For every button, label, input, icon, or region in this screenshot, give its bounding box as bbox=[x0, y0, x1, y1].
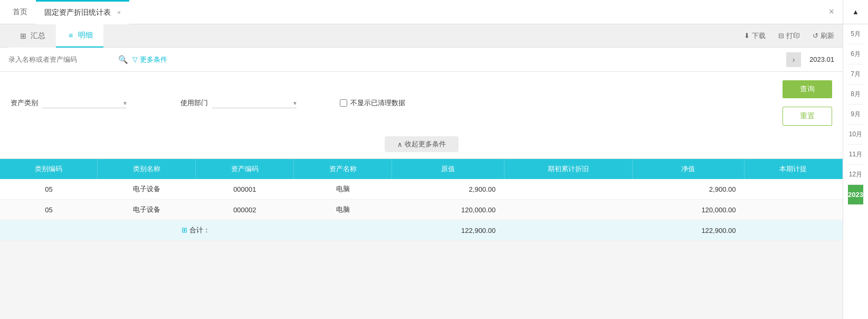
total-original-value: 122,900.00 bbox=[392, 220, 504, 241]
tab-summary-label: 汇总 bbox=[31, 31, 45, 41]
detail-icon: ≡ bbox=[66, 31, 75, 40]
table-cell: 电子设备 bbox=[98, 179, 196, 200]
tab-close-icon[interactable]: × bbox=[117, 9, 121, 16]
toolbar-right: ⬇ 下载 ⊟ 打印 ↺ 刷新 bbox=[744, 31, 834, 41]
query-button[interactable]: 查询 bbox=[783, 80, 832, 98]
no-cleared-label: 不显示已清理数据 bbox=[350, 98, 405, 108]
no-cleared-group: 不显示已清理数据 bbox=[340, 98, 405, 108]
home-nav-item[interactable]: 首页 bbox=[8, 7, 32, 17]
col-asset-name: 资产名称 bbox=[294, 159, 392, 179]
col-asset-code: 资产编码 bbox=[196, 159, 294, 179]
assets-table: 类别编码 类别名称 资产编码 资产名称 原值 期初累计折旧 净值 本期计提 05… bbox=[0, 159, 843, 241]
col-category-code: 类别编码 bbox=[0, 159, 98, 179]
collapse-bar: ∧ 收起更多条件 bbox=[11, 132, 832, 154]
month-list: 5月6月7月8月9月10月11月12月2023 bbox=[848, 24, 863, 205]
total-accum-depreciation bbox=[504, 220, 632, 241]
refresh-button[interactable]: ↺ 刷新 bbox=[813, 31, 834, 41]
table-cell bbox=[504, 179, 632, 200]
search-icon[interactable]: 🔍 bbox=[118, 55, 128, 64]
no-cleared-checkbox[interactable] bbox=[340, 99, 347, 107]
collapse-icon: ∧ bbox=[397, 140, 403, 148]
total-row: ⊞合计：122,900.00122,900.00 bbox=[0, 220, 843, 241]
filter-label: 更多条件 bbox=[140, 55, 167, 64]
scroll-up-icon[interactable]: ▲ bbox=[852, 8, 859, 16]
asset-category-select[interactable] bbox=[42, 98, 127, 108]
total-label: ⊞合计： bbox=[0, 220, 392, 241]
table-cell: 2,900.00 bbox=[392, 179, 504, 200]
print-label: 打印 bbox=[786, 31, 800, 41]
top-nav: 首页 固定资产折旧统计表 × × bbox=[0, 0, 843, 24]
table-cell: 电脑 bbox=[294, 200, 392, 220]
filter-row: 资产类别 ▼ 使用部门 ▼ 不显示已清理数据 bbox=[11, 80, 832, 126]
right-panel: ▲ 5月6月7月8月9月10月11月12月2023 bbox=[843, 0, 868, 319]
total-current-period bbox=[744, 220, 842, 241]
tab-detail[interactable]: ≡ 明细 bbox=[56, 24, 103, 48]
total-net-value: 122,900.00 bbox=[632, 220, 744, 241]
month-item[interactable]: 10月 bbox=[848, 125, 863, 145]
table-cell bbox=[744, 179, 842, 200]
month-item[interactable]: 8月 bbox=[848, 85, 863, 105]
tab-label: 固定资产折旧统计表 bbox=[44, 8, 111, 17]
download-button[interactable]: ⬇ 下载 bbox=[744, 31, 766, 41]
table-cell: 05 bbox=[0, 200, 98, 220]
month-item[interactable]: 5月 bbox=[848, 24, 863, 44]
date-label: 2023.01 bbox=[809, 55, 834, 63]
month-item[interactable]: 11月 bbox=[848, 145, 863, 165]
download-icon: ⬇ bbox=[744, 32, 750, 40]
search-input[interactable] bbox=[8, 55, 114, 63]
fixed-assets-tab[interactable]: 固定资产折旧统计表 × bbox=[36, 0, 129, 24]
table-cell: 电子设备 bbox=[98, 200, 196, 220]
table-row[interactable]: 05电子设备000001电脑2,900.002,900.00 bbox=[0, 179, 843, 200]
expand-right-button[interactable]: › bbox=[786, 52, 801, 67]
print-button[interactable]: ⊟ 打印 bbox=[778, 31, 800, 41]
month-item[interactable]: 12月 bbox=[848, 165, 863, 185]
table-cell: 2,900.00 bbox=[632, 179, 744, 200]
month-item[interactable]: 6月 bbox=[848, 44, 863, 64]
search-bar: 🔍 ▽ 更多条件 › 2023.01 bbox=[0, 48, 843, 72]
table-body: 05电子设备000001电脑2,900.002,900.0005电子设备0000… bbox=[0, 179, 843, 241]
action-buttons: 查询 重置 bbox=[783, 80, 832, 126]
col-net-value: 净值 bbox=[632, 159, 744, 179]
summary-icon: ⊞ bbox=[19, 32, 27, 40]
refresh-label: 刷新 bbox=[821, 31, 834, 41]
month-item[interactable]: 7月 bbox=[848, 64, 863, 85]
current-year-badge[interactable]: 2023 bbox=[848, 185, 863, 205]
table-cell: 电脑 bbox=[294, 179, 392, 200]
table-cell: 120,000.00 bbox=[392, 200, 504, 220]
col-accum-depreciation: 期初累计折旧 bbox=[504, 159, 632, 179]
asset-category-group: 资产类别 ▼ bbox=[11, 98, 128, 108]
app-close-button[interactable]: × bbox=[828, 6, 834, 17]
table-cell: 000002 bbox=[196, 200, 294, 220]
table-cell: 05 bbox=[0, 179, 98, 200]
download-label: 下载 bbox=[752, 31, 766, 41]
col-category-name: 类别名称 bbox=[98, 159, 196, 179]
table-header-row: 类别编码 类别名称 资产编码 资产名称 原值 期初累计折旧 净值 本期计提 bbox=[0, 159, 843, 179]
filter-icon: ▽ bbox=[132, 55, 138, 63]
col-current-period: 本期计提 bbox=[744, 159, 842, 179]
department-group: 使用部门 ▼ bbox=[180, 98, 298, 108]
tab-detail-label: 明细 bbox=[78, 31, 93, 40]
print-icon: ⊟ bbox=[778, 32, 784, 40]
table-cell bbox=[504, 200, 632, 220]
more-conditions-button[interactable]: ▽ 更多条件 bbox=[132, 55, 167, 64]
department-label: 使用部门 bbox=[180, 98, 208, 108]
col-original-value: 原值 bbox=[392, 159, 504, 179]
asset-category-label: 资产类别 bbox=[11, 98, 38, 108]
table-row[interactable]: 05电子设备000002电脑120,000.00120,000.00 bbox=[0, 200, 843, 220]
table-container: 类别编码 类别名称 资产编码 资产名称 原值 期初累计折旧 净值 本期计提 05… bbox=[0, 159, 843, 241]
collapse-label: 收起更多条件 bbox=[405, 139, 446, 149]
filter-area: 资产类别 ▼ 使用部门 ▼ 不显示已清理数据 bbox=[0, 72, 843, 159]
tab-summary[interactable]: ⊞ 汇总 bbox=[8, 24, 56, 48]
table-cell: 120,000.00 bbox=[632, 200, 744, 220]
table-cell bbox=[744, 200, 842, 220]
month-item[interactable]: 9月 bbox=[848, 105, 863, 125]
refresh-icon: ↺ bbox=[813, 32, 818, 40]
right-panel-top: ▲ bbox=[843, 0, 868, 24]
collapse-button[interactable]: ∧ 收起更多条件 bbox=[385, 136, 459, 152]
reset-button[interactable]: 重置 bbox=[783, 107, 832, 126]
main-content: 首页 固定资产折旧统计表 × × ⊞ 汇总 ≡ 明细 ⬇ 下载 bbox=[0, 0, 843, 319]
sub-tabs-bar: ⊞ 汇总 ≡ 明细 ⬇ 下载 ⊟ 打印 ↺ 刷新 bbox=[0, 24, 843, 48]
department-select[interactable] bbox=[212, 98, 297, 108]
table-cell: 000001 bbox=[196, 179, 294, 200]
